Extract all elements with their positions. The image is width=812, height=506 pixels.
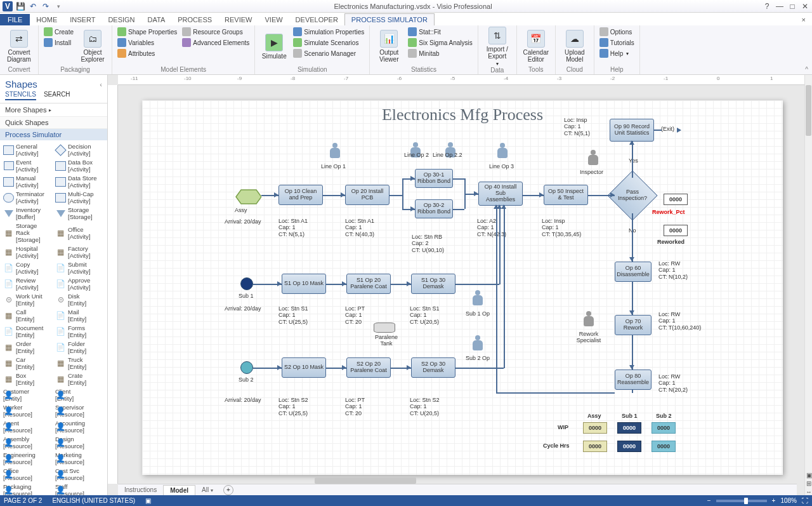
box-s2op20[interactable]: S2 Op 20 Paralene Coat — [346, 357, 391, 378]
person-lo3[interactable] — [495, 143, 509, 159]
search-tab[interactable]: SEARCH — [44, 91, 70, 100]
stencil-terminator-activity-[interactable]: Terminator[Activity] — [2, 190, 53, 205]
close-icon[interactable]: ✕ — [801, 2, 809, 11]
stencils-tab[interactable]: STENCILS — [5, 91, 36, 100]
stencil-engineering-resource-[interactable]: 👤Engineering[Resource] — [2, 451, 53, 466]
add-sheet-button[interactable]: + — [223, 485, 233, 495]
sheet-all[interactable]: All ▾ — [195, 485, 219, 495]
stencil-review-activity-[interactable]: 📄Review[Activity] — [2, 276, 53, 291]
output-viewer-button[interactable]: 📊Output Viewer — [374, 27, 404, 66]
zoom-width-icon[interactable]: ↔ — [803, 488, 812, 495]
more-shapes-button[interactable]: More Shapes▸ — [0, 103, 107, 116]
quick-shapes-button[interactable]: Quick Shapes — [0, 116, 107, 129]
stencil-crate-entity-[interactable]: ▦Crate[Entity] — [54, 371, 105, 387]
save-icon[interactable]: 💾 — [15, 1, 25, 11]
stencil-agent-resource-[interactable]: 👤Agent[Resource] — [2, 419, 53, 434]
minimize-icon[interactable]: — — [775, 2, 784, 11]
tab-data[interactable]: DATA — [141, 14, 172, 25]
stencil-header[interactable]: Process Simulator — [0, 129, 107, 140]
sixsigma-button[interactable]: Six Sigma Analysis — [407, 37, 473, 48]
statfit-button[interactable]: Stat::Fit — [407, 27, 473, 37]
box-op302[interactable]: Op 30-2 Ribbon Bond — [415, 199, 453, 218]
stencil-event-activity-[interactable]: Event[Activity] — [2, 158, 53, 173]
decision-pass[interactable]: Pass Inspection? — [615, 178, 650, 213]
tab-process-simulator[interactable]: PROCESS SIMULATOR — [344, 13, 435, 25]
stencil-order-entity-[interactable]: ▦Order[Entity] — [2, 340, 53, 355]
entity-assy[interactable] — [231, 188, 261, 206]
vertical-scrollbar[interactable]: ▣ ⊞ ↔ — [804, 75, 812, 495]
fit-to-window-icon[interactable]: ⛶ — [802, 497, 808, 504]
resource-groups-button[interactable]: Resource Groups — [181, 27, 251, 37]
stencil-forms-entity-[interactable]: 📄Forms[Entity] — [54, 324, 105, 339]
stencil-truck-entity-[interactable]: ▦Truck[Entity] — [54, 356, 105, 371]
install-button[interactable]: Install — [43, 37, 75, 48]
stencil-marketing-resource-[interactable]: 👤Marketing[Resource] — [54, 451, 105, 466]
zoom-pct[interactable]: 108% — [780, 497, 797, 504]
collapse-ribbon-icon[interactable]: ^ — [805, 66, 808, 73]
qat-customize-icon[interactable]: ▾ — [53, 1, 63, 11]
stencil-office-activity-[interactable]: ▦Office[Activity] — [54, 222, 105, 244]
sheet-instructions[interactable]: Instructions — [118, 485, 163, 495]
box-op80[interactable]: Op 80 Reassemble — [615, 370, 652, 390]
stencil-folder-entity-[interactable]: 📄Folder[Entity] — [54, 340, 105, 355]
hscroll-thumb[interactable] — [315, 477, 416, 484]
sim-scenarios-button[interactable]: Simulate Scenarios — [292, 37, 365, 48]
import-export-button[interactable]: ⇅Import / Export▾ — [482, 27, 513, 67]
zoom-slider[interactable] — [716, 500, 767, 502]
zoom-fit-icon[interactable]: ⊞ — [803, 480, 812, 487]
upload-model-button[interactable]: ☁Upload Model — [560, 27, 590, 66]
help-button[interactable]: Help▾ — [598, 48, 636, 58]
maximize-icon[interactable]: □ — [788, 2, 797, 11]
stencil-storage-storage-[interactable]: Storage[Storage] — [54, 206, 105, 221]
entity-sub2[interactable] — [240, 361, 253, 374]
stencil-supervisor-resource-[interactable]: 👤Supervisor[Resource] — [54, 403, 105, 418]
box-s2op10[interactable]: S2 Op 10 Mask — [282, 357, 326, 378]
object-explorer-button[interactable]: 🗂Object Explorer — [77, 27, 108, 66]
stencil-factory-activity-[interactable]: ▦Factory[Activity] — [54, 244, 105, 260]
stencil-copy-activity-[interactable]: 📄Copy[Activity] — [2, 260, 53, 276]
redo-icon[interactable]: ↷ — [41, 1, 51, 11]
box-op40[interactable]: Op 40 Install Sub Assemblies — [478, 182, 523, 206]
stencil-box-entity-[interactable]: ▦Box[Entity] — [2, 371, 53, 387]
language-indicator[interactable]: ENGLISH (UNITED STATES) — [52, 497, 135, 504]
person-lo1[interactable] — [328, 143, 342, 159]
box-op301[interactable]: Op 30-1 Ribbon Bond — [415, 169, 453, 188]
convert-diagram-button[interactable]: ⇄Convert Diagram — [4, 27, 34, 66]
page-indicator[interactable]: PAGE 2 OF 2 — [4, 497, 42, 504]
tab-developer[interactable]: DEVELOPER — [289, 14, 344, 25]
drawing-canvas[interactable]: Electronics Mfg Process Assy Arrival: 20… — [118, 85, 797, 484]
box-s1op30[interactable]: S1 Op 30 Demask — [411, 274, 455, 294]
tab-insert[interactable]: INSERT — [63, 14, 102, 25]
stencil-manual-activity-[interactable]: Manual[Activity] — [2, 174, 53, 189]
stencil-submit-activity-[interactable]: 📄Submit[Activity] — [54, 260, 105, 276]
stencil-data-box-activity-[interactable]: Data Box[Activity] — [54, 158, 105, 173]
box-s2op30[interactable]: S2 Op 30 Demask — [411, 357, 455, 378]
person-s1op[interactable] — [471, 290, 485, 307]
tutorials-button[interactable]: Tutorials — [598, 37, 636, 48]
stencil-data-store-activity-[interactable]: Data Store[Activity] — [54, 174, 105, 189]
person-rws[interactable] — [582, 311, 596, 328]
stencil-customer-entity-[interactable]: 👤Customer[Entity] — [2, 387, 53, 403]
tab-review[interactable]: REVIEW — [218, 14, 258, 25]
vscroll-thumb[interactable] — [806, 85, 811, 136]
stencil-disk-entity-[interactable]: ⊝Disk[Entity] — [54, 292, 105, 307]
stencil-worker-resource-[interactable]: 👤Worker[Resource] — [2, 403, 53, 418]
stencil-hospital-activity-[interactable]: ▦Hospital[Activity] — [2, 244, 53, 260]
stencil-multi-cap-activity-[interactable]: Multi-Cap[Activity] — [54, 190, 105, 205]
stencil-inventory-buffer-[interactable]: Inventory[Buffer] — [2, 206, 53, 221]
stencil-accounting-resource-[interactable]: 👤Accounting[Resource] — [54, 419, 105, 434]
stencil-assembly-resource-[interactable]: 👤Assembly[Resource] — [2, 435, 53, 450]
minitab-button[interactable]: Minitab — [407, 48, 473, 58]
box-op50[interactable]: Op 50 Inspect & Test — [544, 185, 588, 205]
stencil-car-entity-[interactable]: ▦Car[Entity] — [2, 356, 53, 371]
stencil-client-entity-[interactable]: 👤Client[Entity] — [54, 387, 105, 403]
box-s1op20[interactable]: S1 Op 20 Paralene Coat — [346, 274, 391, 294]
tab-home[interactable]: HOME — [30, 14, 63, 25]
zoom-out-icon[interactable]: − — [707, 497, 711, 504]
box-op10[interactable]: Op 10 Clean and Prep — [278, 185, 323, 205]
file-tab[interactable]: FILE — [0, 14, 30, 25]
stencil-design-resource-[interactable]: 👤Design[Resource] — [54, 435, 105, 450]
zoom-presentation-icon[interactable]: ▣ — [803, 472, 812, 479]
shape-properties-button[interactable]: Shape Properties — [116, 27, 178, 37]
entity-sub1[interactable] — [240, 277, 253, 290]
